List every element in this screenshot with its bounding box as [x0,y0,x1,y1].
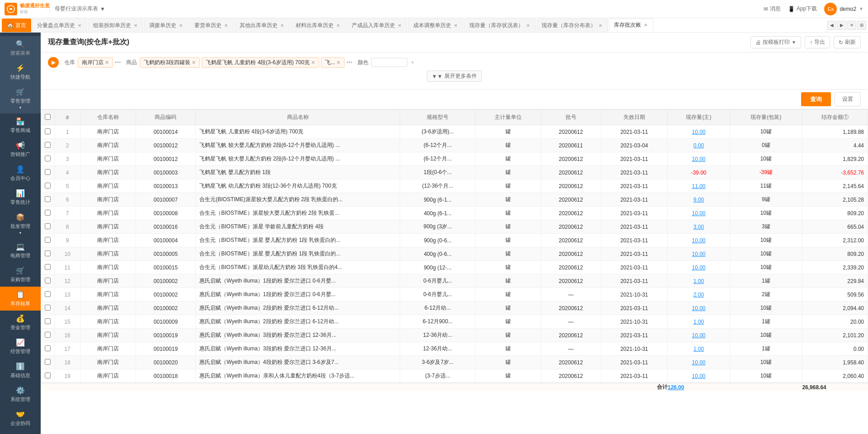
tab-next-btn[interactable]: ▶ [837,21,846,30]
row-checkbox[interactable] [41,315,55,329]
workspace-selector[interactable]: 母婴行业演示库表 ▼ [50,5,110,13]
table-wrapper[interactable]: # 仓库名称 商品编码 商品名称 规格型号 主计量单位 批号 失效日期 现存量(… [41,109,868,434]
tab-1[interactable]: 分量盘点单历史 ✕ [32,19,87,32]
product-tag-1-remove[interactable]: ✕ [311,60,315,66]
row-qty[interactable]: 1.00 [668,315,730,329]
row-qty[interactable]: 1.00 [668,274,730,288]
app-download-btn[interactable]: 📱 App下载 [788,5,817,13]
tab-close-10[interactable]: ✕ [598,23,603,28]
sidebar-item-retail[interactable]: 🛒 零售管理 ▼ [0,84,41,113]
row-checkbox[interactable] [41,356,55,369]
row-qty[interactable]: 10.00 [668,369,730,383]
tab-2[interactable]: 组装拆卸单历史 ✕ [88,19,143,32]
row-checkbox[interactable] [41,369,55,383]
row-checkbox[interactable] [41,342,55,356]
sidebar-item-guide[interactable]: 🎯 新手引导 [0,430,41,434]
sidebar-item-quicknav[interactable]: ⚡ 快捷导航 [0,60,41,84]
tab-4[interactable]: 要货单历史 ✕ [189,19,234,32]
tab-close-5[interactable]: ✕ [279,23,285,28]
export-btn[interactable]: ↑ 导出 [805,36,830,48]
tab-close-1[interactable]: ✕ [77,23,82,28]
row-checkbox[interactable] [41,261,55,274]
sidebar-item-operations[interactable]: 📈 经营管理 [0,335,41,359]
row-qty[interactable]: 1.00 [668,342,730,356]
row-checkbox[interactable] [41,302,55,315]
color-input[interactable] [371,58,407,67]
row-checkbox[interactable] [41,179,55,193]
tab-5[interactable]: 其他出库单历史 ✕ [235,19,290,32]
settings-btn[interactable]: 设置 [835,92,861,106]
sidebar-item-ecom[interactable]: 💻 电商管理 [0,239,41,263]
filter-toggle-btn[interactable]: ▶ [48,57,59,68]
tab-more-btn[interactable]: ⊞ [857,21,866,30]
tab-7[interactable]: 产成品入库单历史 ✕ [347,19,407,32]
sidebar-item-finance[interactable]: 💰 资金管理 [0,311,41,335]
row-qty[interactable]: 10.00 [668,207,730,220]
row-checkbox[interactable] [41,139,55,152]
row-checkbox[interactable] [41,125,55,139]
sidebar-item-shop[interactable]: 🏪 零售商城 [0,113,41,137]
user-area[interactable]: Ea demo2 ▼ [824,3,863,15]
tab-3[interactable]: 调拨单历史 ✕ [144,19,189,32]
product-tag-1[interactable]: 飞鹤星飞帆 儿童奶粉 4段(3-6岁适用) 700克 ✕ [202,57,319,68]
row-qty[interactable]: 10.00 [668,247,730,261]
row-checkbox[interactable] [41,288,55,302]
template-print-btn[interactable]: 🖨 按模板打印 ▼ [750,36,801,48]
warehouse-more-btn[interactable]: ··· [115,58,121,66]
tab-8[interactable]: 成本调整单历史 ✕ [408,19,463,32]
sidebar-item-retail-stats[interactable]: 📊 零售统计 [0,185,41,209]
row-qty[interactable]: 11.00 [668,179,730,193]
warehouse-tag-remove[interactable]: ✕ [105,60,109,66]
refresh-btn[interactable]: ↻ 刷新 [834,36,861,48]
row-qty[interactable]: 9.00 [668,193,730,207]
expand-conditions-btn[interactable]: ▼▼ 展开更多条件 [427,71,482,82]
tab-close-9[interactable]: ✕ [525,23,531,28]
product-tag-2[interactable]: 飞... ✕ [321,57,344,68]
row-checkbox[interactable] [41,329,55,342]
tab-close-4[interactable]: ✕ [223,23,229,28]
row-checkbox[interactable] [41,220,55,234]
row-checkbox[interactable] [41,234,55,247]
row-checkbox[interactable] [41,166,55,179]
product-tag-0-remove[interactable]: ✕ [192,60,196,66]
tab-close-2[interactable]: ✕ [133,23,138,28]
sidebar-item-system[interactable]: ⚙️ 系统管理 [0,382,41,406]
product-more-btn[interactable]: ··· [346,58,352,66]
sidebar-item-basics[interactable]: ℹ️ 基础信息 [0,359,41,382]
row-checkbox[interactable] [41,152,55,166]
row-qty[interactable]: 10.00 [668,329,730,342]
row-qty[interactable]: 10.00 [668,261,730,274]
tab-close-all-btn[interactable]: ✕ [847,21,856,30]
row-checkbox[interactable] [41,274,55,288]
row-qty[interactable]: 10.00 [668,234,730,247]
row-qty[interactable]: 3.00 [668,220,730,234]
sidebar-item-purchase[interactable]: 🛒 采购管理 [0,263,41,287]
tab-close-8[interactable]: ✕ [453,23,458,28]
tab-close-11[interactable]: ✕ [643,23,648,28]
product-tag-2-remove[interactable]: ✕ [336,60,340,66]
tab-11[interactable]: 库存批次账 ✕ [609,19,653,32]
row-qty[interactable]: 10.00 [668,152,730,166]
select-all-checkbox[interactable] [45,114,51,120]
row-qty[interactable]: 2.00 [668,288,730,302]
query-btn[interactable]: 查询 [801,92,831,106]
tab-home[interactable]: 🏠 首页 [2,19,31,32]
sidebar-item-collab[interactable]: 🤝 企业协同 [0,406,41,430]
row-qty[interactable]: 10.00 [668,125,730,139]
row-checkbox[interactable] [41,193,55,207]
product-tag-0[interactable]: 飞鹤奶粉3段四罐装 ✕ [140,57,200,68]
message-btn[interactable]: ✉ 消息 [764,5,781,13]
sidebar-item-search[interactable]: 🔍 搜索菜单 [0,36,41,60]
warehouse-tag[interactable]: 南岸门店 ✕ [78,57,113,68]
row-qty[interactable]: 10.00 [668,302,730,315]
sidebar-item-wholesale[interactable]: 📦 批发管理 ▼ [0,209,41,239]
row-checkbox[interactable] [41,207,55,220]
row-qty[interactable]: 0.00 [668,139,730,152]
tab-10[interactable]: 现存量（库存分布表） ✕ [537,19,608,32]
sidebar-item-inventory[interactable]: 📋 库存核算 [0,287,41,311]
tab-9[interactable]: 现存量（库存状况表） ✕ [464,19,536,32]
sidebar-item-marketing[interactable]: 📢 营销推广 [0,137,41,161]
tab-6[interactable]: 材料出库单历史 ✕ [291,19,346,32]
row-qty[interactable]: 10.00 [668,356,730,369]
tab-close-3[interactable]: ✕ [178,23,184,28]
